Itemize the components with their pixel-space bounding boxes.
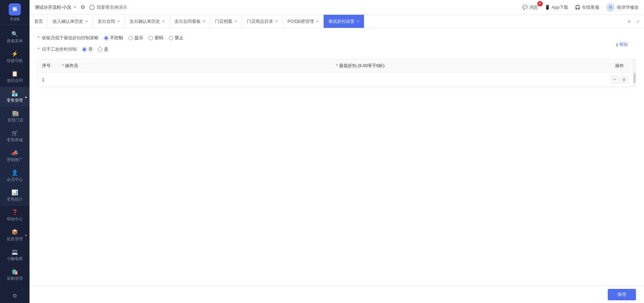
search-icon: 🔍 (11, 31, 18, 37)
close-tab-icon[interactable]: ✕ (626, 18, 633, 25)
tab-pos-password[interactable]: POS加密管理 ✕ (283, 15, 324, 28)
tab-store-file[interactable]: 门店档案 ✕ (210, 15, 242, 28)
demo-link[interactable]: 我要看实例演示 (89, 4, 127, 10)
help-link[interactable]: ℹ 帮助 (616, 42, 628, 48)
message-btn[interactable]: 💬 消息 8 (522, 4, 538, 10)
customer-service-btn[interactable]: 🎧 在线客服 (575, 4, 599, 10)
manual-row: * 仅手工改价时控制 否 是 (38, 46, 636, 52)
table-header: 序号 * 操作员 * 最低折扣 (9.00等于9折) 操作 (38, 59, 636, 72)
tab-label: 门店商品目录 (247, 18, 273, 24)
tab-bar: 首页 收入确认单历史 ✕ 支出合同 ✕ 支出确认单历史 ✕ 支出合同看板 ✕ 门… (30, 15, 644, 28)
tab-close-icon[interactable]: ✕ (117, 19, 120, 23)
policy-label: * 收银员低于最低折扣控制策略 (38, 35, 99, 41)
sidebar-item-label: 小畅电商 (7, 256, 23, 262)
tab-payment-contract[interactable]: 支出合同 ✕ (93, 15, 125, 28)
page-area: ℹ 帮助 * 收银员低于最低折扣控制策略 不控制 (30, 28, 644, 286)
sidebar-item-member[interactable]: 👤 会员中心 (0, 166, 30, 186)
policy-prompt[interactable]: 提示 (128, 35, 143, 41)
contract-icon: 📋 (11, 70, 18, 77)
edit-icon[interactable]: ✏ (611, 76, 619, 83)
sidebar-item-label: 项目合同 (7, 78, 23, 84)
delete-icon[interactable]: 🗑 (621, 76, 628, 83)
footer-bar: 保存 (30, 286, 644, 303)
tab-close-icon[interactable]: ✕ (85, 19, 88, 23)
tab-close-icon[interactable]: ✕ (357, 19, 359, 23)
tab-close-icon[interactable]: ✕ (275, 19, 278, 23)
tab-close-icon[interactable]: ✕ (162, 19, 165, 23)
col-header-seq: 序号 (38, 59, 58, 72)
app-download-btn[interactable]: 📱 App下载 (545, 4, 568, 10)
settings-icon: ⚙ (12, 293, 17, 299)
sidebar-settings[interactable]: ⚙ (12, 289, 17, 303)
user-menu[interactable]: 徐 徐泽华修改 (606, 3, 639, 12)
sidebar-item-ecommerce[interactable]: 💻 小畅电商 (0, 245, 30, 265)
sidebar-item-purchase[interactable]: 🛍️ 采购管理 (0, 265, 30, 285)
main-content: 测试分开流程-小况 ▼ ⚙ 我要看实例演示 💬 消息 8 📱 App下载 (30, 0, 644, 303)
user-name: 徐泽华修改 (617, 4, 639, 10)
sidebar-item-inventory[interactable]: 📦 库存核算 (0, 285, 30, 289)
sidebar-item-nav[interactable]: ⚡ 快捷导航 (0, 47, 30, 67)
sidebar-item-stats[interactable]: 📊 零售统计 (0, 186, 30, 206)
sidebar-item-label: 帮助中心 (7, 216, 23, 222)
tab-close-icon[interactable]: ✕ (316, 19, 319, 23)
sidebar-item-online-store[interactable]: 🛒 零售商城 (0, 127, 30, 146)
sidebar-item-label: 批发管理 (7, 236, 23, 242)
tab-store-products[interactable]: 门店商品目录 ✕ (242, 15, 283, 28)
sidebar-item-help[interactable]: ❓ 帮助中心 (0, 206, 30, 225)
service-icon: 🎧 (575, 5, 580, 10)
marketing-icon: 📣 (11, 150, 18, 156)
manual-no[interactable]: 否 (82, 46, 93, 52)
topbar-right: 💬 消息 8 📱 App下载 🎧 在线客服 徐 徐泽华修改 (522, 3, 639, 12)
sidebar-item-wholesale[interactable]: 📦 批发管理 ▼ (0, 225, 30, 245)
tab-min-discount[interactable]: 最低折扣设置 ✕ (324, 15, 364, 28)
policy-forbid[interactable]: 禁止 (169, 35, 183, 41)
sidebar-item-contract[interactable]: 📋 项目合同 (0, 67, 30, 87)
tab-close-icon[interactable]: ✕ (234, 19, 237, 23)
tab-label: 支出确认单历史 (129, 18, 160, 24)
stats-icon: 📊 (11, 189, 18, 196)
sidebar-item-label: 零售统计 (7, 197, 23, 202)
sidebar-item-marketing[interactable]: 📣 营销推广 (0, 146, 30, 166)
manual-yes[interactable]: 是 (98, 46, 108, 52)
avatar: 徐 (606, 3, 615, 12)
tab-close-icon[interactable]: ✕ (203, 19, 205, 23)
sidebar-item-label: 搜索菜单 (7, 38, 23, 44)
manual-label: * 仅手工改价时控制 (38, 46, 77, 52)
form-section: ℹ 帮助 * 收银员低于最低折扣控制策略 不控制 (38, 35, 636, 52)
ecommerce-icon: 💻 (11, 249, 18, 255)
project-selector[interactable]: 测试分开流程-小况 ▼ (35, 4, 76, 10)
tab-payment-board[interactable]: 支出合同看板 ✕ (170, 15, 210, 28)
tab-payment-history[interactable]: 支出确认单历史 ✕ (125, 15, 170, 28)
topbar-left: 测试分开流程-小况 ▼ ⚙ 我要看实例演示 (35, 4, 127, 10)
tab-bar-actions: ✕ ⤢ (623, 18, 644, 25)
message-badge: 8 (537, 1, 543, 6)
tab-label: 门店档案 (215, 18, 232, 24)
tab-home[interactable]: 首页 (30, 15, 48, 28)
manual-radio-group: 否 是 (82, 46, 108, 52)
sidebar-item-smart-store[interactable]: 🏬 智慧门店 (0, 107, 30, 127)
online-store-icon: 🛒 (11, 130, 18, 136)
sidebar-item-label: 会员中心 (7, 177, 23, 183)
policy-no-control[interactable]: 不控制 (104, 35, 123, 41)
message-icon: 💬 (522, 5, 528, 10)
help-icon: ℹ (616, 42, 618, 47)
policy-radio-group: 不控制 提示 密码 禁止 (104, 35, 183, 41)
sidebar-item-label: 零售商城 (7, 137, 23, 143)
tab-label: 收入确认单历史 (53, 18, 83, 24)
scroll-track (633, 72, 636, 87)
help-icon: ❓ (11, 209, 18, 215)
sidebar: 畅 专业版 🔍 搜索菜单 ⚡ 快捷导航 📋 项目合同 🏪 零售管理 ▲ 🏬 智慧… (0, 0, 30, 303)
retail-icon: 🏪 (11, 90, 18, 97)
sidebar-item-search[interactable]: 🔍 搜索菜单 (0, 28, 30, 47)
col-header-action: 操作 (606, 59, 633, 72)
tab-income-history[interactable]: 收入确认单历史 ✕ (48, 15, 93, 28)
save-button[interactable]: 保存 (608, 289, 636, 300)
message-label: 消息 (529, 5, 538, 10)
settings-btn[interactable]: ⚙ (80, 4, 85, 10)
app-logo: 畅 专业版 (0, 0, 30, 25)
scroll-thumb[interactable] (634, 73, 636, 83)
cell-discount (332, 76, 606, 83)
sidebar-item-retail[interactable]: 🏪 零售管理 ▲ (0, 87, 30, 107)
policy-password[interactable]: 密码 (149, 35, 163, 41)
expand-tab-icon[interactable]: ⤢ (635, 18, 641, 25)
